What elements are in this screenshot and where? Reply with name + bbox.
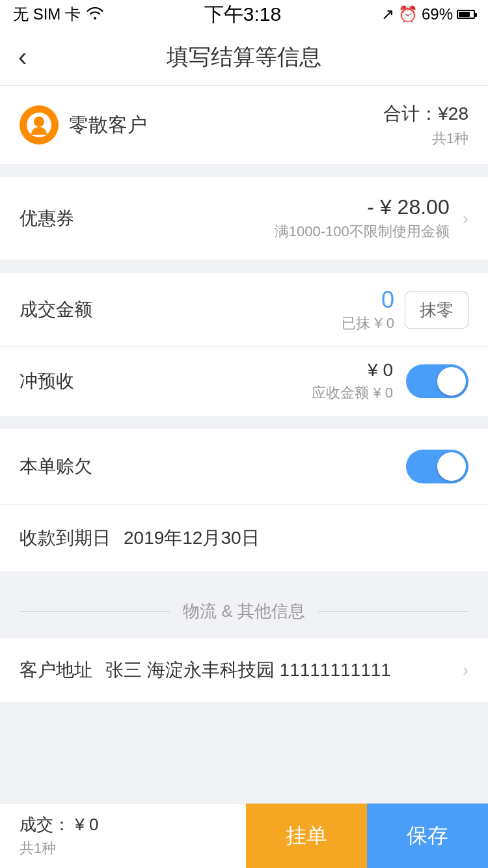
toggle-knob (437, 367, 466, 396)
bottom-count: 共1种 (20, 839, 226, 858)
coupon-amount: - ¥ 28.00 (275, 195, 450, 219)
debt-toggle[interactable] (406, 450, 468, 483)
debt-label: 本单赊欠 (20, 454, 92, 479)
bottom-spacer (0, 715, 488, 787)
save-button[interactable]: 保存 (367, 804, 488, 868)
debt-toggle-knob (437, 452, 466, 481)
deal-label: 成交： (20, 815, 70, 834)
bottom-info: 成交： ¥ 0 共1种 (0, 804, 246, 868)
address-chevron: › (463, 660, 468, 681)
debt-row: 本单赊欠 (0, 429, 488, 504)
avatar-icon (27, 113, 51, 137)
divider-2 (0, 260, 488, 273)
page-title: 填写结算等信息 (167, 42, 321, 72)
coupon-desc: 满1000-100不限制使用金额 (275, 222, 450, 241)
divider-1 (0, 164, 488, 177)
status-left: 无 SIM 卡 (13, 4, 104, 25)
status-bar: 无 SIM 卡 下午3:18 ↗ ⏰ 69% (0, 0, 488, 29)
advance-amount: ¥ 0 (312, 360, 393, 381)
battery-label: 69% (422, 5, 453, 23)
advance-toggle[interactable] (406, 364, 468, 398)
due-date-value: 2019年12月30日 (124, 526, 260, 550)
avatar (20, 105, 59, 144)
total-count: 共1种 (383, 129, 468, 148)
divider-4 (0, 571, 488, 584)
divider-5 (0, 702, 488, 715)
divider-left (20, 611, 170, 612)
logistics-header: 物流 & 其他信息 (0, 584, 488, 638)
divider-right (318, 611, 468, 612)
address-row[interactable]: 客户地址 张三 海淀永丰科技园 11111111111 › (0, 638, 488, 702)
no-sim-label: 无 SIM 卡 (13, 4, 81, 25)
logistics-label: 物流 & 其他信息 (183, 600, 305, 623)
deal-amount: ¥ 0 (75, 815, 98, 834)
coupon-label: 优惠券 (20, 206, 74, 231)
advance-row: 冲预收 ¥ 0 应收金额 ¥ 0 (0, 346, 488, 416)
wifi-icon (86, 5, 104, 23)
advance-label: 冲预收 (20, 369, 74, 394)
due-date-label: 收款到期日 (20, 526, 111, 550)
divider-3 (0, 416, 488, 429)
address-value: 张三 海淀永丰科技园 11111111111 (105, 658, 457, 683)
advance-receivable: 应收金额 ¥ 0 (312, 383, 393, 403)
hold-button[interactable]: 挂单 (246, 804, 367, 868)
back-button[interactable]: ‹ (18, 42, 27, 72)
total-amount: 合计：¥28 (383, 102, 468, 126)
due-date-row[interactable]: 收款到期日 2019年12月30日 (0, 504, 488, 571)
alarm-icon: ⏰ (398, 5, 418, 23)
coupon-row[interactable]: 优惠券 - ¥ 28.00 满1000-100不限制使用金额 › (0, 177, 488, 260)
address-label: 客户地址 (20, 658, 92, 683)
direction-icon: ↗ (381, 5, 394, 23)
already-deducted: 已抹 ¥ 0 (342, 314, 394, 333)
transaction-value: 0 (342, 286, 394, 314)
customer-total: 合计：¥28 共1种 (383, 102, 468, 148)
transaction-row: 成交金额 0 已抹 ¥ 0 抹零 (0, 273, 488, 346)
status-time: 下午3:18 (204, 1, 281, 28)
bottom-bar: 成交： ¥ 0 共1种 挂单 保存 (0, 803, 488, 868)
customer-name: 零散客户 (69, 112, 147, 139)
transaction-label: 成交金额 (20, 297, 92, 322)
round-button[interactable]: 抹零 (405, 292, 468, 329)
customer-row: 零散客户 合计：¥28 共1种 (0, 86, 488, 164)
coupon-chevron: › (463, 208, 468, 229)
bottom-deal: 成交： ¥ 0 (20, 813, 226, 836)
status-right: ↗ ⏰ 69% (381, 5, 475, 23)
nav-bar: ‹ 填写结算等信息 (0, 29, 488, 86)
battery-icon (457, 10, 475, 19)
